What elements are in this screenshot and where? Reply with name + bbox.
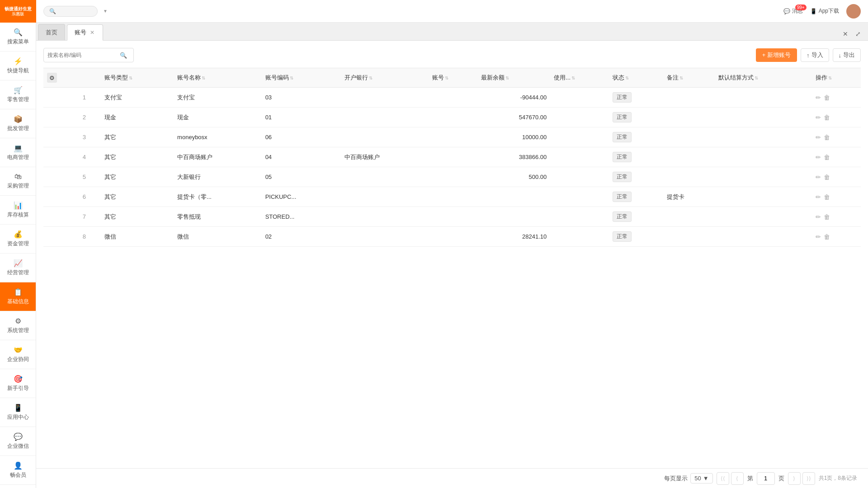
cell-name: 微信: [174, 227, 262, 247]
sidebar-item-label: 批发管理: [7, 125, 29, 132]
edit-icon[interactable]: ✏: [816, 233, 821, 240]
action-icons: ✏ 🗑: [816, 213, 857, 221]
col-header-balance[interactable]: 最新余额⇅: [477, 68, 550, 88]
page-size-dropdown[interactable]: 50 ▼: [690, 473, 712, 483]
col-header-name[interactable]: 账号名称⇅: [174, 68, 262, 88]
delete-icon[interactable]: 🗑: [824, 154, 830, 161]
sidebar-item-retail[interactable]: 🛒零售管理: [0, 80, 36, 109]
col-header-actions[interactable]: 操作⇅: [812, 68, 861, 88]
sidebar-item-system[interactable]: ⚙系统管理: [0, 311, 36, 340]
first-page-button[interactable]: ⟨⟨: [717, 472, 729, 485]
cell-no: 4: [79, 147, 101, 167]
cell-settlement: [715, 147, 812, 167]
search-input[interactable]: [47, 52, 120, 58]
edit-icon[interactable]: ✏: [816, 134, 821, 141]
tab-account[interactable]: 账号✕: [67, 24, 103, 41]
sidebar-item-capital[interactable]: 💰资金管理: [0, 225, 36, 253]
user-avatar[interactable]: [846, 4, 861, 19]
settings-gear[interactable]: ⚙: [47, 73, 57, 83]
next-page-button[interactable]: ⟩: [788, 472, 801, 485]
delete-icon[interactable]: 🗑: [824, 233, 830, 240]
cell-account: [429, 167, 477, 187]
search-input-box[interactable]: 🔍: [43, 48, 134, 62]
message-button[interactable]: 💬 消息 99+: [783, 7, 803, 15]
cell-settings: [43, 147, 79, 167]
sort-icon-bank: ⇅: [369, 75, 373, 80]
capital-icon: 💰: [14, 230, 23, 239]
action-icons: ✏ 🗑: [816, 134, 857, 141]
col-header-usage[interactable]: 使用...⇅: [550, 68, 609, 88]
tab-close-account[interactable]: ✕: [89, 29, 95, 36]
header-search[interactable]: 🔍: [43, 6, 98, 17]
wholesale-icon: 📦: [14, 115, 23, 123]
import-button[interactable]: ↑ 导入: [801, 48, 829, 62]
edit-icon[interactable]: ✏: [816, 193, 821, 201]
col-header-settlement[interactable]: 默认结算方式⇅: [715, 68, 812, 88]
sidebar-item-search[interactable]: 🔍搜索菜单: [0, 23, 36, 52]
sidebar-item-cooperation[interactable]: 🤝企业协同: [0, 340, 36, 369]
sidebar-item-shortcut[interactable]: ⚡快捷导航: [0, 52, 36, 80]
cell-type: 其它: [101, 187, 174, 207]
cell-status: 正常: [609, 187, 663, 207]
inventory-icon: 📊: [14, 201, 23, 210]
app-download-button[interactable]: 📱 App下载: [810, 7, 839, 15]
cell-bank: [341, 227, 429, 247]
sidebar-item-inventory[interactable]: 📊库存核算: [0, 196, 36, 225]
sidebar-item-basic[interactable]: 📋基础信息: [0, 282, 36, 311]
delete-icon[interactable]: 🗑: [824, 94, 830, 101]
delete-icon[interactable]: 🗑: [824, 213, 830, 221]
sidebar-item-ecommerce[interactable]: 💻电商管理: [0, 138, 36, 167]
sort-icon-name: ⇅: [202, 75, 205, 80]
edit-icon[interactable]: ✏: [816, 114, 821, 121]
edit-icon[interactable]: ✏: [816, 174, 821, 181]
sidebar-item-label: 资金管理: [7, 240, 29, 248]
sidebar-item-wechat[interactable]: 💬企业微信: [0, 427, 36, 456]
add-account-button[interactable]: + 新增账号: [756, 48, 797, 62]
total-info: 共1页，8条记录: [819, 474, 857, 482]
window-controls: ✕ ⤢: [839, 28, 868, 40]
delete-icon[interactable]: 🗑: [824, 193, 830, 201]
delete-icon[interactable]: 🗑: [824, 134, 830, 141]
edit-icon[interactable]: ✏: [816, 213, 821, 221]
last-page-button[interactable]: ⟩⟩: [802, 472, 815, 485]
col-header-no: [79, 68, 101, 88]
search-icon: 🔍: [14, 28, 23, 37]
expand-window-button[interactable]: ⤢: [852, 28, 864, 40]
close-window-button[interactable]: ✕: [839, 28, 852, 40]
page-number-input[interactable]: [757, 472, 775, 485]
cell-bank: [341, 127, 429, 147]
retail-icon: 🛒: [14, 86, 23, 94]
tab-home[interactable]: 首页: [38, 24, 65, 40]
status-badge: 正常: [613, 231, 632, 242]
cell-status: 正常: [609, 167, 663, 187]
sidebar-item-appcenter[interactable]: 📱应用中心: [0, 398, 36, 427]
export-button[interactable]: ↓ 导出: [833, 48, 861, 62]
col-header-account[interactable]: 账号⇅: [429, 68, 477, 88]
sidebar-item-member[interactable]: 👤畅会员: [0, 456, 36, 485]
col-header-type[interactable]: 账号类型⇅: [101, 68, 174, 88]
member-icon: 👤: [14, 461, 23, 470]
page-label: 第: [745, 474, 755, 483]
status-badge: 正常: [613, 112, 632, 122]
col-header-notes[interactable]: 备注⇅: [663, 68, 715, 88]
delete-icon[interactable]: 🗑: [824, 174, 830, 181]
sidebar-item-operations[interactable]: 📈经营管理: [0, 253, 36, 282]
sidebar-item-purchase[interactable]: 🛍采购管理: [0, 167, 36, 196]
sort-icon-code: ⇅: [290, 75, 293, 80]
prev-page-button[interactable]: ⟨: [731, 472, 744, 485]
sidebar-item-guide[interactable]: 🎯新手引导: [0, 369, 36, 398]
table-row: 3其它moneybosx0610000.00正常 ✏ 🗑: [43, 127, 861, 147]
col-header-status[interactable]: 状态⇅: [609, 68, 663, 88]
cell-settings: [43, 88, 79, 108]
sidebar-item-wholesale[interactable]: 📦批发管理: [0, 109, 36, 138]
col-header-bank[interactable]: 开户银行⇅: [341, 68, 429, 88]
cell-name: 零售抵现: [174, 207, 262, 227]
header-dropdown-arrow[interactable]: ▼: [103, 9, 108, 14]
col-header-code[interactable]: 账号编码⇅: [262, 68, 341, 88]
cell-settlement: [715, 167, 812, 187]
status-badge: 正常: [613, 92, 632, 103]
edit-icon[interactable]: ✏: [816, 94, 821, 101]
cell-actions: ✏ 🗑: [812, 108, 861, 127]
delete-icon[interactable]: 🗑: [824, 114, 830, 121]
edit-icon[interactable]: ✏: [816, 154, 821, 161]
